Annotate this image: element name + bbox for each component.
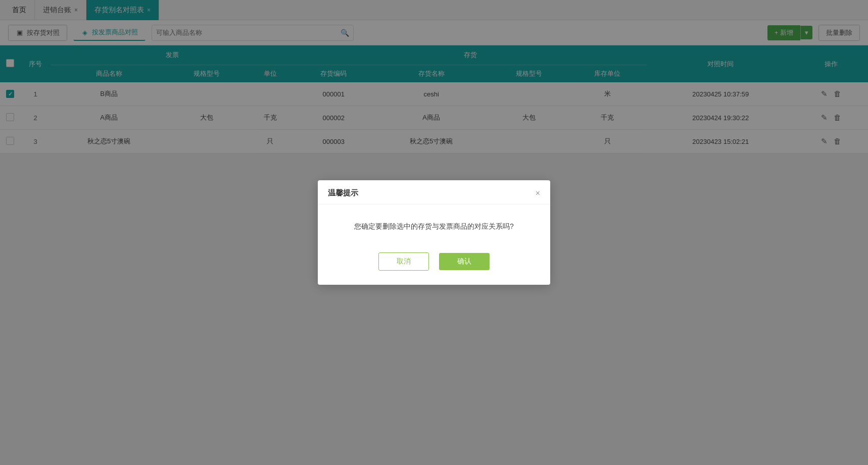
dialog-body: 您确定要删除选中的存货与发票商品的对应关系吗? <box>318 204 550 244</box>
dialog: 温馨提示 × 您确定要删除选中的存货与发票商品的对应关系吗? 取消 确认 <box>318 180 550 284</box>
dialog-footer: 取消 确认 <box>318 244 550 285</box>
dialog-header: 温馨提示 × <box>318 180 550 204</box>
overlay: 温馨提示 × 您确定要删除选中的存货与发票商品的对应关系吗? 取消 确认 <box>0 0 868 465</box>
dialog-title: 温馨提示 <box>328 188 358 198</box>
dialog-close-icon[interactable]: × <box>536 189 540 197</box>
btn-cancel[interactable]: 取消 <box>378 252 429 271</box>
dialog-message: 您确定要删除选中的存货与发票商品的对应关系吗? <box>354 222 514 230</box>
btn-confirm[interactable]: 确认 <box>439 253 490 270</box>
